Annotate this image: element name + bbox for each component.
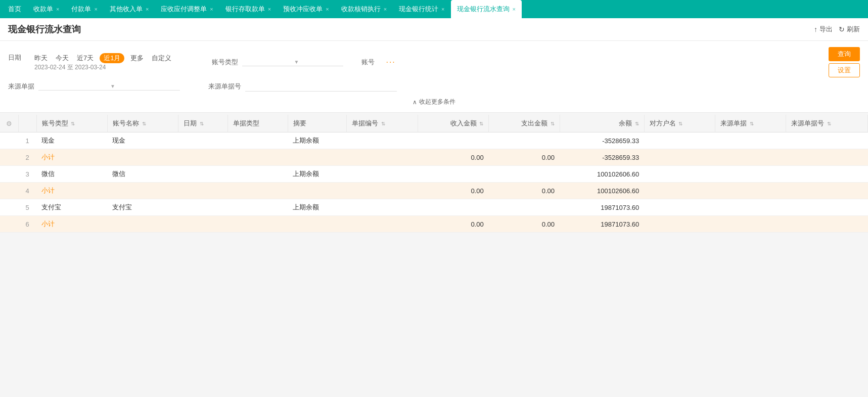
cell-date	[178, 216, 228, 233]
table-row: 4小计0.000.00100102606.60	[0, 183, 868, 199]
export-button[interactable]: ↑ 导出	[814, 25, 833, 34]
cell-summary	[288, 216, 347, 233]
cell-source-doc-no	[786, 199, 868, 216]
cell-source-doc-no	[786, 216, 868, 233]
cell-counterparty	[644, 199, 715, 216]
close-icon[interactable]: ×	[268, 6, 271, 12]
sort-icon: ⇅	[827, 121, 831, 126]
date-today[interactable]: 今天	[54, 53, 71, 63]
close-icon[interactable]: ×	[326, 6, 329, 12]
cell-settings	[0, 183, 18, 199]
col-account-name[interactable]: 账号名称 ⇅	[107, 115, 178, 133]
sort-icon: ⇅	[71, 121, 75, 126]
cell-source-doc-no	[786, 183, 868, 199]
cell-source-doc	[715, 166, 786, 183]
cell-balance: 19871073.60	[560, 216, 644, 233]
filter-row-source: 来源单据 ▼ 来源单据号	[8, 81, 860, 92]
cell-summary: 上期余额	[288, 133, 347, 149]
col-doc-no[interactable]: 单据编号 ⇅	[347, 115, 418, 133]
cell-row-num: 5	[18, 199, 36, 216]
col-expense[interactable]: 支出金额 ⇅	[489, 115, 560, 133]
col-rownum	[18, 115, 36, 133]
filter-row-date: 日期 昨天 今天 近7天 近1月 更多 自定义 2023-02-24 至 202…	[8, 47, 860, 77]
cell-settings	[0, 166, 18, 183]
cell-doc-type	[228, 149, 288, 166]
nav-stats[interactable]: 现金银行统计 ×	[393, 0, 450, 18]
col-balance[interactable]: 余额 ⇅	[560, 115, 644, 133]
close-icon[interactable]: ×	[94, 6, 97, 12]
date-custom[interactable]: 自定义	[150, 53, 173, 63]
nav-bank-deposit[interactable]: 银行存取款单 ×	[219, 0, 277, 18]
account-type-filter-group: 账号类型 ▼	[212, 58, 343, 67]
close-icon[interactable]: ×	[441, 6, 444, 12]
cell-date	[178, 149, 228, 166]
cell-source-doc	[715, 183, 786, 199]
sort-icon: ⇅	[200, 121, 204, 126]
nav-other-income[interactable]: 其他收入单 ×	[104, 0, 155, 18]
cell-counterparty	[644, 216, 715, 233]
nav-cashflow[interactable]: 现金银行流水查询 ×	[451, 0, 522, 18]
settings-button[interactable]: 设置	[829, 63, 860, 77]
cell-expense: 0.00	[489, 216, 560, 233]
sort-icon: ⇅	[750, 121, 754, 126]
account-dots-button[interactable]: ···	[386, 58, 395, 67]
cell-income: 0.00	[418, 216, 488, 233]
cell-row-num: 2	[18, 149, 36, 166]
cell-date	[178, 199, 228, 216]
date-shortcuts-group: 昨天 今天 近7天 近1月 更多 自定义 2023-02-24 至 2023-0…	[32, 53, 173, 72]
date-7days[interactable]: 近7天	[75, 53, 96, 63]
col-settings: ⚙	[0, 115, 18, 133]
nav-verify[interactable]: 收款核销执行 ×	[335, 0, 393, 18]
query-button[interactable]: 查询	[829, 47, 860, 61]
filter-area: 日期 昨天 今天 近7天 近1月 更多 自定义 2023-02-24 至 202…	[0, 41, 868, 113]
gear-icon[interactable]: ⚙	[6, 120, 12, 127]
col-account-type[interactable]: 账号类型 ⇅	[36, 115, 107, 133]
col-income[interactable]: 收入金额 ⇅	[418, 115, 488, 133]
nav-home[interactable]: 首页	[2, 0, 27, 18]
cell-source-doc	[715, 216, 786, 233]
source-doc-no-input[interactable]	[245, 81, 397, 92]
col-source-doc-no[interactable]: 来源单据号 ⇅	[786, 115, 868, 133]
cell-settings	[0, 133, 18, 149]
table-container: ⚙ 账号类型 ⇅ 账号名称 ⇅ 日期 ⇅ 单据类型 摘要 单据编号 ⇅ 收入金额…	[0, 115, 868, 233]
cell-summary: 上期余额	[288, 199, 347, 216]
cell-account-name: 现金	[107, 133, 178, 149]
nav-adjustment[interactable]: 应收应付调整单 ×	[155, 0, 219, 18]
cell-row-num: 4	[18, 183, 36, 199]
source-doc-filter-group: 来源单据 ▼	[8, 82, 180, 91]
nav-receipt[interactable]: 收款单 ×	[27, 0, 65, 18]
cell-account-type: 小计	[36, 183, 107, 199]
collapse-button[interactable]: ∧ 收起更多条件	[8, 96, 860, 108]
cell-expense	[489, 199, 560, 216]
date-yesterday[interactable]: 昨天	[32, 53, 50, 63]
cell-account-name	[107, 183, 178, 199]
close-icon[interactable]: ×	[513, 6, 516, 12]
col-counterparty[interactable]: 对方户名 ⇅	[644, 115, 715, 133]
table-row: 1现金现金上期余额-3528659.33	[0, 133, 868, 149]
sort-icon: ⇅	[635, 121, 639, 126]
refresh-button[interactable]: ↻ 刷新	[839, 25, 860, 34]
cell-account-name: 微信	[107, 166, 178, 183]
source-doc-select[interactable]: ▼	[38, 82, 180, 91]
account-type-select[interactable]: ▼	[242, 58, 343, 66]
cell-doc-no	[347, 183, 418, 199]
nav-payment[interactable]: 付款单 ×	[65, 0, 103, 18]
cell-balance: -3528659.33	[560, 149, 644, 166]
date-more[interactable]: 更多	[128, 53, 146, 63]
close-icon[interactable]: ×	[384, 6, 387, 12]
cell-income: 0.00	[418, 183, 488, 199]
sort-icon: ⇅	[479, 121, 483, 126]
col-source-doc[interactable]: 来源单据 ⇅	[715, 115, 786, 133]
close-icon[interactable]: ×	[210, 6, 213, 12]
cell-account-name	[107, 149, 178, 166]
date-1month[interactable]: 近1月	[100, 53, 124, 63]
cell-source-doc	[715, 199, 786, 216]
col-date[interactable]: 日期 ⇅	[178, 115, 228, 133]
cell-settings	[0, 149, 18, 166]
date-shortcuts: 昨天 今天 近7天 近1月 更多 自定义	[32, 53, 173, 63]
close-icon[interactable]: ×	[56, 6, 59, 12]
close-icon[interactable]: ×	[146, 6, 149, 12]
cell-source-doc-no	[786, 133, 868, 149]
nav-prepay[interactable]: 预收冲应收单 ×	[277, 0, 335, 18]
cell-date	[178, 166, 228, 183]
